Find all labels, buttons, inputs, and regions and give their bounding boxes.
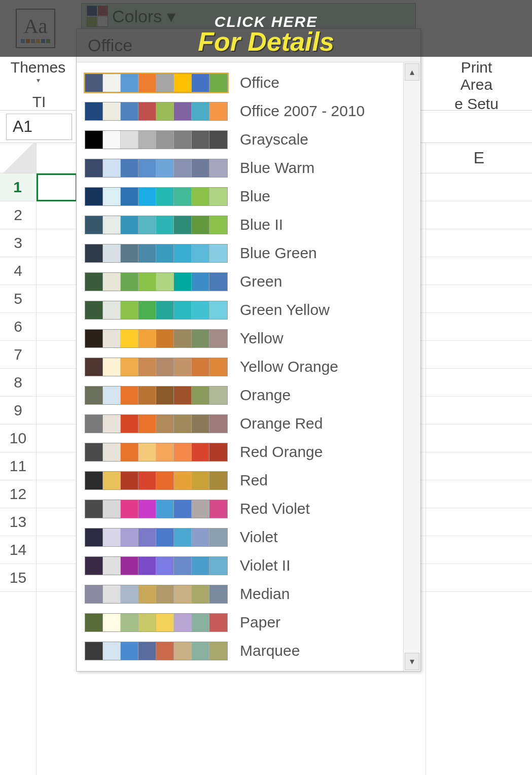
scheme-label: Orange Red <box>240 415 323 432</box>
color-scheme-item[interactable]: Red Orange <box>83 438 400 466</box>
color-scheme-item[interactable]: Green Yellow <box>83 296 400 324</box>
row-header[interactable]: 1 <box>0 173 36 201</box>
scheme-label: Blue Green <box>240 244 317 262</box>
color-scheme-item[interactable]: Red Violet <box>83 495 400 523</box>
scheme-label: Green Yellow <box>240 301 330 319</box>
row-header[interactable]: 15 <box>0 564 36 592</box>
color-scheme-item[interactable]: Orange Red <box>83 409 400 438</box>
scheme-label: Median <box>240 585 290 603</box>
scheme-label: Marquee <box>240 642 300 659</box>
themes-aa-glyph: Aa <box>24 14 48 38</box>
scheme-swatches <box>85 102 228 121</box>
color-scheme-list: OfficeOffice 2007 - 2010GrayscaleBlue Wa… <box>77 62 403 671</box>
scheme-swatches <box>85 528 228 547</box>
row-headers: 123456789101112131415 <box>0 143 37 775</box>
truncated-label-ti: TI <box>7 93 71 111</box>
scheme-label: Red <box>240 472 268 489</box>
scheme-label: Office <box>240 74 279 91</box>
color-scheme-item[interactable]: Office 2007 - 2010 <box>83 97 400 125</box>
color-scheme-item[interactable]: Red <box>83 466 400 495</box>
color-scheme-item[interactable]: Yellow <box>83 324 400 353</box>
color-scheme-item[interactable]: Green <box>83 267 400 296</box>
row-header[interactable]: 5 <box>0 285 36 313</box>
scheme-swatches <box>85 187 228 206</box>
print-label: Print <box>426 59 527 76</box>
select-all-corner[interactable] <box>0 143 36 173</box>
row-header[interactable]: 2 <box>0 201 36 229</box>
dropdown-section-header: Office <box>77 29 420 62</box>
row-header[interactable]: 11 <box>0 452 36 480</box>
scheme-swatches <box>85 216 228 234</box>
row-header[interactable]: 6 <box>0 313 36 341</box>
scheme-label: Violet <box>240 529 278 546</box>
scheme-swatches <box>85 443 228 462</box>
themes-label: Themes <box>5 59 71 76</box>
color-scheme-item[interactable]: Paper <box>83 608 400 637</box>
scheme-swatches <box>85 329 228 348</box>
color-scheme-item[interactable]: Grayscale <box>83 125 400 154</box>
color-scheme-item[interactable]: Violet II <box>83 551 400 580</box>
themes-dropdown-caret[interactable]: ▾ <box>5 76 71 84</box>
colors-icon <box>87 6 108 27</box>
selected-cell-a1[interactable] <box>37 173 77 201</box>
scheme-label: Red Orange <box>240 443 323 461</box>
scheme-swatches <box>85 159 228 178</box>
scheme-label: Blue Warm <box>240 159 314 177</box>
scheme-swatches <box>85 642 228 660</box>
row-header[interactable]: 14 <box>0 536 36 564</box>
color-scheme-item[interactable]: Marquee <box>83 637 400 665</box>
scheme-label: Blue II <box>240 216 283 233</box>
scroll-up-icon[interactable]: ▴ <box>405 63 419 81</box>
color-scheme-item[interactable]: Yellow Orange <box>83 353 400 381</box>
scheme-label: Blue <box>240 188 270 205</box>
scheme-swatches <box>85 74 228 92</box>
color-scheme-item[interactable]: Blue <box>83 182 400 210</box>
dropdown-scrollbar[interactable]: ▴ ▾ <box>403 62 420 671</box>
scheme-label: Office 2007 - 2010 <box>240 102 365 120</box>
scheme-label: Violet II <box>240 557 291 574</box>
scheme-label: Red Violet <box>240 500 310 517</box>
scheme-swatches <box>85 244 228 263</box>
name-box-value: A1 <box>13 117 32 136</box>
scheme-swatches <box>85 500 228 518</box>
row-header[interactable]: 9 <box>0 397 36 425</box>
scheme-swatches <box>85 301 228 320</box>
colors-button[interactable]: Colors ▾ <box>81 3 416 29</box>
row-header[interactable]: 12 <box>0 480 36 508</box>
scheme-label: Green <box>240 273 282 290</box>
color-scheme-item[interactable]: Median <box>83 580 400 608</box>
name-box[interactable]: A1 <box>6 114 72 140</box>
color-scheme-item[interactable]: Blue Warm <box>83 154 400 182</box>
scheme-swatches <box>85 613 228 632</box>
col-header-e[interactable]: E <box>426 143 532 173</box>
color-scheme-item[interactable]: Blue II <box>83 210 400 239</box>
column-e-strip: E <box>425 143 532 775</box>
area-label: Area <box>426 76 527 93</box>
scheme-swatches <box>85 585 228 604</box>
scheme-swatches <box>85 358 228 376</box>
themes-button[interactable]: Aa <box>5 3 66 54</box>
row-header[interactable]: 4 <box>0 257 36 285</box>
row-header[interactable]: 10 <box>0 425 36 452</box>
scheme-label: Paper <box>240 614 280 631</box>
colors-dropdown-panel: Office OfficeOffice 2007 - 2010Grayscale… <box>76 28 421 672</box>
scheme-swatches <box>85 272 228 291</box>
color-scheme-item[interactable]: Violet <box>83 523 400 551</box>
themes-icon: Aa <box>16 9 55 48</box>
themes-group: Aa Themes ▾ TI <box>0 0 76 110</box>
scheme-label: Yellow Orange <box>240 358 338 375</box>
row-header[interactable]: 3 <box>0 229 36 257</box>
scheme-swatches <box>85 386 228 405</box>
scheme-swatches <box>85 414 228 433</box>
row-header[interactable]: 7 <box>0 341 36 369</box>
scheme-swatches <box>85 471 228 490</box>
scheme-label: Orange <box>240 386 291 404</box>
scroll-down-icon[interactable]: ▾ <box>405 653 419 670</box>
colors-label: Colors ▾ <box>112 6 175 26</box>
color-scheme-item[interactable]: Orange <box>83 381 400 409</box>
color-scheme-item[interactable]: Office <box>83 68 400 97</box>
color-scheme-item[interactable]: Blue Green <box>83 239 400 267</box>
row-header[interactable]: 13 <box>0 508 36 536</box>
row-header[interactable]: 8 <box>0 369 36 397</box>
scheme-swatches <box>85 130 228 149</box>
